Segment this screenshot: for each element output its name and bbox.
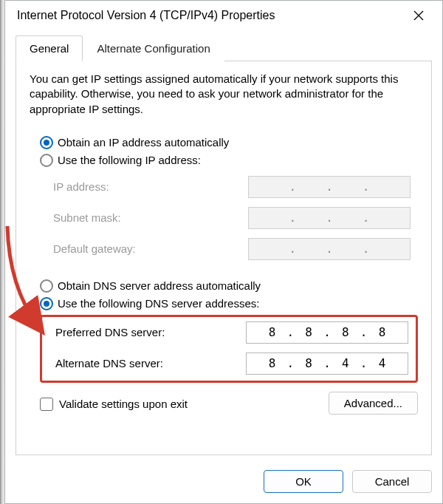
dialog-footer: OK Cancel <box>5 463 442 503</box>
default-gateway-label: Default gateway: <box>53 242 248 255</box>
oct: 8 <box>262 325 283 339</box>
tab-alternate[interactable]: Alternate Configuration <box>83 35 224 61</box>
description-text: You can get IP settings assigned automat… <box>30 72 418 117</box>
dialog-window: Internet Protocol Version 4 (TCP/IPv4) P… <box>4 0 443 504</box>
alternate-dns-label: Alternate DNS server: <box>55 357 246 370</box>
dns-manual-radio-label: Use the following DNS server addresses: <box>58 297 259 310</box>
ok-button-label: OK <box>295 475 312 488</box>
dns-auto-radio-row[interactable]: Obtain DNS server address automatically <box>40 279 418 293</box>
dns-group: Obtain DNS server address automatically … <box>30 275 418 383</box>
ip-auto-radio-label: Obtain an IP address automatically <box>58 136 229 149</box>
oct: 8 <box>298 356 319 370</box>
advanced-button-label: Advanced... <box>344 397 402 409</box>
tab-general-label: General <box>30 42 69 55</box>
ip-address-label: IP address: <box>53 180 248 193</box>
tab-alternate-label: Alternate Configuration <box>97 42 210 55</box>
content-area: General Alternate Configuration You can … <box>5 30 442 463</box>
close-icon <box>413 10 424 21</box>
radio-icon <box>40 279 53 293</box>
oct: 8 <box>262 356 283 370</box>
preferred-dns-input[interactable]: 8. 8. 8. 8 <box>246 321 408 344</box>
advanced-button[interactable]: Advanced... <box>329 392 418 415</box>
tab-general[interactable]: General <box>16 35 83 61</box>
oct: 4 <box>371 356 392 370</box>
dns-auto-radio-label: Obtain DNS server address automatically <box>58 279 261 292</box>
dns-manual-radio-row[interactable]: Use the following DNS server addresses: <box>40 297 418 310</box>
ip-group: Obtain an IP address automatically Use t… <box>30 132 418 265</box>
alternate-dns-input[interactable]: 8. 8. 4. 4 <box>246 353 408 375</box>
ip-manual-radio-label: Use the following IP address: <box>58 154 201 166</box>
radio-icon <box>40 136 53 149</box>
oct: 4 <box>335 356 356 370</box>
default-gateway-input: ... <box>248 238 411 260</box>
subnet-mask-input: ... <box>248 207 411 229</box>
tab-panel-general: You can get IP settings assigned automat… <box>16 61 432 455</box>
ip-auto-radio-row[interactable]: Obtain an IP address automatically <box>40 136 418 149</box>
oct: 8 <box>335 325 356 339</box>
subnet-mask-label: Subnet mask: <box>53 211 248 224</box>
preferred-dns-label: Preferred DNS server: <box>55 326 246 338</box>
window-title: Internet Protocol Version 4 (TCP/IPv4) P… <box>17 9 404 22</box>
titlebar: Internet Protocol Version 4 (TCP/IPv4) P… <box>5 1 442 30</box>
ip-manual-radio-row[interactable]: Use the following IP address: <box>40 154 418 167</box>
advanced-row: Advanced... <box>30 392 418 415</box>
radio-icon <box>40 297 53 310</box>
radio-icon <box>40 154 53 167</box>
oct: 8 <box>371 325 392 339</box>
ip-address-input: ... <box>248 176 411 198</box>
cancel-button-label: Cancel <box>375 475 410 488</box>
close-button[interactable] <box>404 1 433 30</box>
ok-button[interactable]: OK <box>264 470 343 493</box>
ip-fields: IP address: ... Subnet mask: ... Default… <box>40 171 418 265</box>
dns-fields-highlight: Preferred DNS server: 8. 8. 8. 8 Alterna… <box>40 315 418 383</box>
oct: 8 <box>298 325 319 339</box>
tab-strip: General Alternate Configuration <box>16 35 432 61</box>
cancel-button[interactable]: Cancel <box>352 470 432 493</box>
